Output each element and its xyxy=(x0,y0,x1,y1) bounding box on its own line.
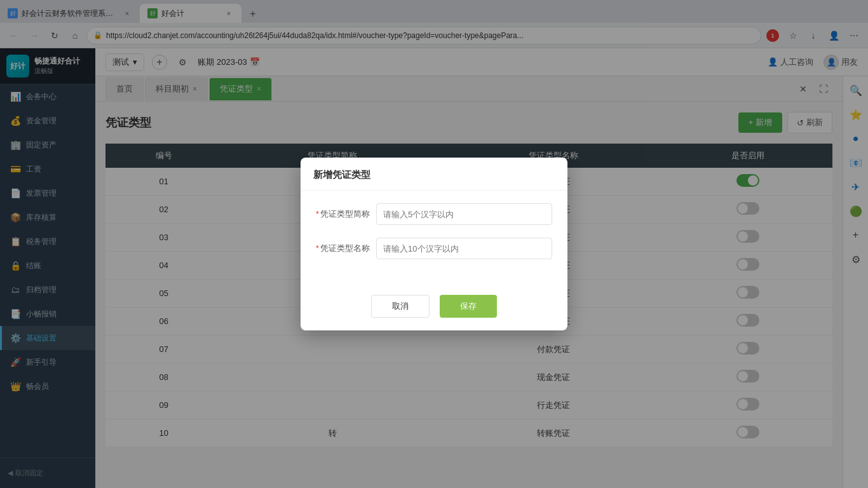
required-mark-1: * xyxy=(316,209,319,219)
cancel-button[interactable]: 取消 xyxy=(371,295,430,318)
dialog-header: 新增凭证类型 xyxy=(301,158,567,191)
dialog-overlay: 新增凭证类型 *凭证类型简称 *凭证类型名称 取消 保存 xyxy=(0,0,868,488)
dialog-body: *凭证类型简称 *凭证类型名称 xyxy=(301,191,567,285)
dialog-title: 新增凭证类型 xyxy=(313,169,370,180)
full-name-label: *凭证类型名称 xyxy=(316,243,370,254)
add-voucher-type-dialog: 新增凭证类型 *凭证类型简称 *凭证类型名称 取消 保存 xyxy=(301,158,567,330)
full-name-row: *凭证类型名称 xyxy=(316,238,552,259)
full-name-input[interactable] xyxy=(376,238,552,259)
save-button[interactable]: 保存 xyxy=(440,295,497,318)
short-name-input[interactable] xyxy=(376,203,552,225)
short-name-row: *凭证类型简称 xyxy=(316,203,552,225)
required-mark-2: * xyxy=(316,243,319,253)
short-name-label: *凭证类型简称 xyxy=(316,208,370,220)
dialog-footer: 取消 保存 xyxy=(301,285,567,330)
